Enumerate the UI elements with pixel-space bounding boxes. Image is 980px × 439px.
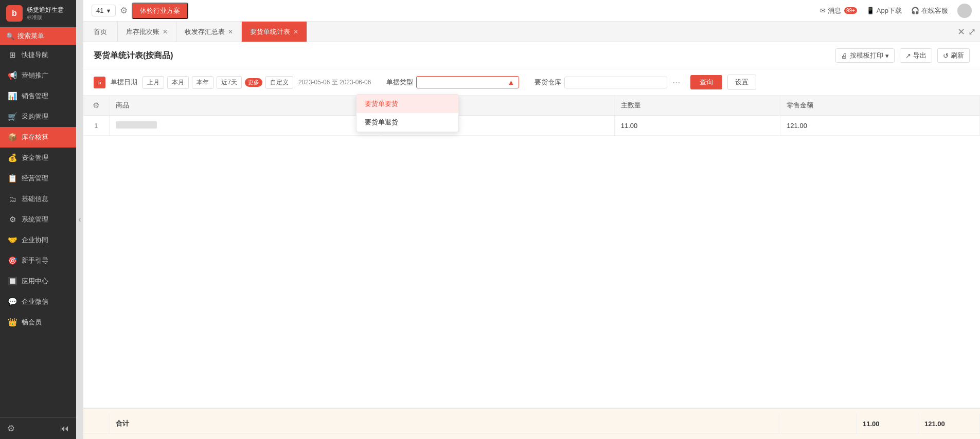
table-settings-icon[interactable]: ⚙ [93, 101, 99, 109]
messages-badge: 99+ [844, 7, 857, 14]
wechat-icon: 💬 [7, 297, 17, 307]
type-dropdown: 要货单要货 要货单退货 [356, 94, 459, 132]
topbar: 41 ▼ ⚙ 体验行业方案 ✉ 消息 99+ 📱 App下载 🎧 在线客服 [83, 0, 980, 22]
date-range-display: 2023-05-06 至 2023-06-06 [298, 78, 371, 87]
logo-icon: b [6, 5, 23, 22]
query-btn[interactable]: 查询 [690, 75, 722, 89]
filter-settings-btn[interactable]: 设置 [727, 75, 756, 90]
table-header-row: ⚙ 商品 主计量单位 主数量 零售金额 [83, 96, 980, 116]
type-filter-group: 单据类型 ▲ [386, 76, 519, 88]
export-btn[interactable]: ↗ 导出 [900, 48, 932, 63]
close-tab-inventory-batch[interactable]: ✕ [163, 28, 168, 35]
sidebar-collapse-handle[interactable]: ‹ [76, 0, 83, 439]
inventory-icon: 📦 [7, 132, 17, 142]
date-filter-group: 上月 本月 本年 近7天 更多 自定义 2023-05-06 至 2023-06… [142, 76, 371, 89]
search-icon: 🔍 [6, 32, 14, 40]
date-7days-btn[interactable]: 近7天 [217, 76, 242, 89]
sidebar-item-guide[interactable]: 🎯 新手引导 [0, 250, 76, 271]
filter-expand-btn[interactable]: » [94, 77, 105, 88]
tab-home[interactable]: 首页 [83, 22, 118, 42]
row-index: 1 [83, 116, 109, 136]
date-last-month-btn[interactable]: 上月 [142, 76, 164, 89]
sidebar-nav: ⊞ 快捷导航 📢 营销推广 📊 销售管理 🛒 采购管理 📦 库存核算 💰 资金管… [0, 45, 76, 417]
tabbar-expand-btn[interactable]: ⤢ [968, 26, 976, 38]
topbar-settings-icon[interactable]: ⚙ [120, 5, 128, 16]
sidebar-item-enterprise[interactable]: 🤝 企业协同 [0, 230, 76, 250]
tabbar-right: ✕ ⤢ [957, 26, 980, 38]
messages-btn[interactable]: ✉ 消息 99+ [820, 6, 857, 15]
store-dropdown-icon: ▼ [105, 8, 111, 14]
warehouse-input[interactable] [564, 77, 667, 88]
app-download-btn[interactable]: 📱 App下载 [866, 6, 902, 15]
sidebar-search[interactable]: 🔍 搜索菜单 [0, 27, 76, 45]
close-tab-receivables[interactable]: ✕ [228, 28, 233, 35]
footer-unit-empty [779, 414, 857, 434]
sidebar-item-purchase[interactable]: 🛒 采购管理 [0, 106, 76, 127]
messages-icon: ✉ [820, 7, 826, 14]
printer-icon: 🖨 [841, 52, 848, 60]
sidebar-item-system[interactable]: ⚙ 系统管理 [0, 209, 76, 230]
tab-receivables-summary[interactable]: 收发存汇总表 ✕ [176, 22, 242, 42]
date-more-badge[interactable]: 更多 [245, 78, 262, 87]
sidebar-logo: b 畅捷通好生意 标准版 [0, 0, 76, 27]
footer-label: 合计 [109, 414, 779, 434]
sidebar-collapse-btn[interactable]: ⏮ [60, 424, 69, 434]
footer-row: 合计 11.00 121.00 [83, 414, 980, 434]
refresh-icon: ↺ [943, 52, 949, 60]
online-service-btn[interactable]: 🎧 在线客服 [911, 6, 948, 15]
row-goods [109, 116, 381, 136]
col-settings[interactable]: ⚙ [83, 96, 109, 116]
sidebar-item-basic[interactable]: 🗂 基础信息 [0, 189, 76, 209]
date-custom-btn[interactable]: 自定义 [265, 76, 293, 89]
filter-bar: » 单据日期 上月 本月 本年 近7天 更多 自定义 2023-05-06 至 … [83, 69, 980, 96]
logo-text: 畅捷通好生意 标准版 [27, 6, 64, 21]
sidebar-item-inventory[interactable]: 📦 库存核算 [0, 127, 76, 148]
row-amount: 121.00 [780, 116, 980, 136]
store-name: 41 [96, 7, 103, 14]
footer-empty [83, 414, 109, 434]
chevron-down-icon: ▾ [885, 52, 889, 60]
close-tab-order-stats[interactable]: ✕ [293, 28, 298, 35]
goods-blurred [116, 121, 157, 129]
footer-quantity: 11.00 [857, 414, 918, 434]
template-print-btn[interactable]: 🖨 按模板打印 ▾ [835, 48, 895, 63]
more-options-icon[interactable]: ··· [672, 77, 680, 88]
sidebar-item-marketing[interactable]: 📢 营销推广 [0, 65, 76, 86]
dropdown-item-order-purchase[interactable]: 要货单要货 [357, 95, 458, 113]
basic-icon: 🗂 [7, 194, 17, 204]
main-area: 41 ▼ ⚙ 体验行业方案 ✉ 消息 99+ 📱 App下载 🎧 在线客服 [83, 0, 980, 439]
sidebar-item-wechat[interactable]: 💬 企业微信 [0, 291, 76, 312]
tabbar-close-btn[interactable]: ✕ [957, 26, 965, 38]
refresh-btn[interactable]: ↺ 刷新 [937, 48, 970, 63]
marketing-icon: 📢 [7, 70, 17, 81]
table-container: ⚙ 商品 主计量单位 主数量 零售金额 1 块 [83, 96, 980, 408]
sidebar-item-apps[interactable]: 🔲 应用中心 [0, 271, 76, 291]
sidebar-item-member[interactable]: 👑 畅会员 [0, 312, 76, 333]
dropdown-item-order-return[interactable]: 要货单退货 [357, 113, 458, 132]
store-selector[interactable]: 41 ▼ [92, 5, 116, 16]
footer-amount: 121.00 [918, 414, 980, 434]
date-this-year-btn[interactable]: 本年 [192, 76, 213, 89]
footer-table: 合计 11.00 121.00 [83, 414, 980, 434]
table-footer: 合计 11.00 121.00 [83, 408, 980, 439]
enterprise-icon: 🤝 [7, 235, 17, 245]
col-quantity: 主数量 [614, 96, 780, 116]
sidebar-item-finance[interactable]: 💰 资金管理 [0, 148, 76, 168]
type-select-box[interactable]: ▲ [416, 76, 519, 88]
user-avatar[interactable] [957, 4, 972, 18]
topbar-left: 41 ▼ ⚙ 体验行业方案 [92, 3, 188, 19]
tab-inventory-batch[interactable]: 库存批次账 ✕ [118, 22, 176, 42]
date-this-month-btn[interactable]: 本月 [167, 76, 189, 89]
page-title: 要货单统计表(按商品) [94, 50, 173, 61]
sidebar-item-operation[interactable]: 📋 经营管理 [0, 168, 76, 189]
type-select-input[interactable] [421, 79, 505, 86]
type-select-arrow: ▲ [508, 78, 515, 86]
sidebar-item-quick-nav[interactable]: ⊞ 快捷导航 [0, 45, 76, 65]
tab-order-stats[interactable]: 要货单统计表 ✕ [242, 22, 307, 42]
data-table: ⚙ 商品 主计量单位 主数量 零售金额 1 块 [83, 96, 980, 136]
topbar-right: ✉ 消息 99+ 📱 App下载 🎧 在线客服 [820, 4, 972, 18]
sidebar-settings-icon[interactable]: ⚙ [7, 423, 15, 434]
trial-btn[interactable]: 体验行业方案 [132, 3, 188, 19]
sidebar-item-sales[interactable]: 📊 销售管理 [0, 86, 76, 106]
app-download-icon: 📱 [866, 7, 875, 14]
